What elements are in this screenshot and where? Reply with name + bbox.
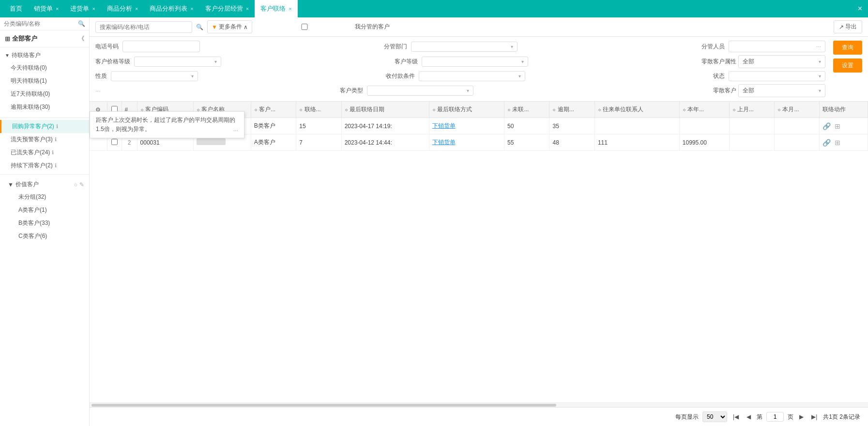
filter-row-3: 性质 ▾ 收付款条件 ▾ 状态 — [95, 71, 825, 81]
customer-type-select[interactable]: ▾ — [367, 86, 473, 96]
th-unread[interactable]: ⬦ 未联... — [504, 102, 549, 118]
sidebar-item-today[interactable]: 今天待联络(0) — [0, 61, 89, 74]
th-last-month[interactable]: ⬦ 上月... — [729, 102, 774, 118]
sidebar-item-repurchase-anomaly[interactable]: 回购异常客户(2) ℹ — [0, 120, 89, 133]
sidebar-search-icon[interactable]: 🔍 — [78, 20, 85, 27]
th-last-method[interactable]: ⬦ 最后联络方式 — [429, 102, 504, 118]
sidebar-item-7days[interactable]: 近7天待联络(0) — [0, 88, 89, 101]
setting-button[interactable]: 设置 — [833, 59, 862, 73]
table-area: ⚙ # ⬦ 客户编码 ⬦ 客户名称 ⬦ 客户... — [90, 102, 868, 402]
sidebar-search-input[interactable] — [4, 20, 78, 27]
page-label: 第 — [757, 413, 762, 421]
my-customers-checkbox-area[interactable]: 我分管的客户 — [256, 23, 390, 31]
manager-select[interactable]: ··· — [729, 41, 825, 52]
close-sales-icon[interactable]: × — [56, 6, 59, 12]
sidebar-item-overdue[interactable]: 逾期未联络(30) — [0, 101, 89, 114]
row-last-date-1: 2023-04-12 14:44: — [341, 134, 429, 151]
th-overdue[interactable]: ⬦ 逾期... — [549, 102, 594, 118]
first-page-button[interactable]: |◀ — [731, 412, 741, 421]
sidebar-item-churned[interactable]: 已流失客户(24) ℹ — [0, 146, 89, 159]
grid-action-icon-1[interactable]: ⊞ — [835, 139, 840, 147]
retail-attr-select[interactable]: 全部 ▾ — [738, 55, 825, 68]
nav-home[interactable]: 首页 — [4, 0, 28, 17]
sidebar-collapse-button[interactable]: 《 — [78, 35, 84, 43]
sidebar-divider-1 — [0, 118, 89, 118]
retail-attr-chevron-icon: ▾ — [819, 59, 821, 64]
status-chevron-icon: ▾ — [819, 73, 821, 79]
scrollbar-thumb[interactable] — [91, 404, 556, 407]
tooltip-close-icon[interactable]: ... — [233, 125, 238, 134]
th-this-year[interactable]: ⬦ 本年... — [679, 102, 729, 118]
row-last-month-0 — [729, 118, 774, 134]
retail-customer-select[interactable]: 全部 ▾ — [738, 84, 825, 97]
info-icon-3[interactable]: ℹ — [52, 149, 54, 156]
th-contact-person[interactable]: ⬦ 往来单位联系人 — [594, 102, 679, 118]
row-contact-1: 7 — [296, 134, 341, 151]
circle-icon[interactable]: ○ — [74, 181, 77, 188]
customer-grade-select[interactable]: ▾ — [422, 57, 528, 67]
prev-page-button[interactable]: ◀ — [745, 412, 753, 421]
next-page-button[interactable]: ▶ — [797, 412, 806, 421]
sidebar-item-class-a[interactable]: A类客户(1) — [8, 204, 84, 217]
filter-row-2: 客户价格等级 ▾ 客户等级 ▾ 零散客户属性 — [95, 55, 825, 68]
info-icon-2[interactable]: ℹ — [55, 136, 57, 143]
nav-product-analysis[interactable]: 商品分析 × — [101, 0, 144, 17]
export-button[interactable]: ↗ 导出 — [834, 20, 862, 33]
close-all-tabs-button[interactable]: × — [858, 4, 862, 13]
sidebar-item-tomorrow[interactable]: 明天待联络(1) — [0, 74, 89, 88]
nav-sales[interactable]: 销货单 × — [28, 0, 64, 17]
per-page-select[interactable]: 50 100 200 — [702, 411, 727, 422]
status-select[interactable]: ▾ — [729, 71, 825, 81]
link-action-icon-1[interactable]: 🔗 — [822, 139, 831, 147]
th-last-date[interactable]: ⬦ 最后联络日期 — [341, 102, 429, 118]
sidebar: 🔍 ⊞ 全部客户 《 ▼ 待联络客户 今天待联络(0) 明天待联络(1) 近7天… — [0, 17, 90, 426]
grid-action-icon-0[interactable]: ⊞ — [835, 122, 840, 130]
row-last-method-0[interactable]: 下销货单 — [429, 118, 504, 134]
th-category[interactable]: ⬦ 客户... — [251, 102, 296, 118]
close-contact-icon[interactable]: × — [289, 6, 291, 12]
info-icon-4[interactable]: ℹ — [55, 162, 57, 169]
phone-input[interactable] — [122, 41, 200, 52]
th-contact[interactable]: ⬦ 联络... — [296, 102, 341, 118]
sidebar-item-churn-warning[interactable]: 流失预警客户(3) ℹ — [0, 133, 89, 146]
filter-row-4: ··· 客户类型 ▾ 零散客户 全部 ▾ — [95, 84, 825, 97]
dept-select[interactable]: ▾ — [411, 42, 518, 52]
page-number-input[interactable] — [766, 412, 784, 422]
sidebar-all-customers[interactable]: ⊞ 全部客户 《 — [0, 30, 89, 47]
payment-select[interactable]: ▾ — [419, 71, 525, 81]
search-input[interactable] — [95, 21, 192, 33]
close-segment-icon[interactable]: × — [246, 6, 249, 12]
horizontal-scrollbar[interactable] — [90, 402, 868, 407]
row-contact-0: 15 — [296, 118, 341, 134]
filter-row-1: 电话号码 分管部门 ▾ 分管人员 ··· — [95, 41, 825, 52]
close-product-analysis-icon[interactable]: × — [135, 6, 138, 12]
row-checkbox-1[interactable] — [111, 139, 118, 145]
edit-icon[interactable]: ✎ — [79, 181, 84, 188]
nature-select[interactable]: ▾ — [111, 71, 198, 81]
search-button[interactable]: 🔍 — [196, 24, 203, 30]
price-grade-select[interactable]: ▾ — [134, 57, 221, 67]
sidebar-value-header[interactable]: ▼ 价值客户 ○ ✎ — [8, 178, 84, 191]
nav-customer-contact[interactable]: 客户联络 × — [255, 0, 297, 17]
query-button[interactable]: 查询 — [833, 41, 862, 55]
close-purchase-icon[interactable]: × — [92, 6, 95, 12]
sidebar-item-ungrouped[interactable]: 未分组(32) — [8, 191, 84, 204]
row-last-method-1[interactable]: 下销货单 — [429, 134, 504, 151]
nav-customer-segment[interactable]: 客户分层经营 × — [199, 0, 255, 17]
my-customers-checkbox[interactable] — [256, 24, 353, 30]
link-action-icon-0[interactable]: 🔗 — [822, 122, 831, 130]
last-page-button[interactable]: ▶| — [809, 412, 819, 421]
sidebar-item-class-c[interactable]: C类客户(6) — [8, 230, 84, 243]
sidebar-item-declining[interactable]: 持续下滑客户(2) ℹ — [0, 159, 89, 172]
nav-product-analysis-list[interactable]: 商品分析列表 × — [144, 0, 199, 17]
th-this-month[interactable]: ⬦ 本月... — [775, 102, 820, 118]
info-icon-1[interactable]: ℹ — [56, 123, 58, 130]
more-dots[interactable]: ··· — [95, 87, 101, 94]
nav-purchase[interactable]: 进货单 × — [64, 0, 101, 17]
row-contact-person-1: 111 — [594, 134, 679, 151]
sidebar-group-waiting[interactable]: ▼ 待联络客户 — [0, 49, 89, 61]
close-product-list-icon[interactable]: × — [190, 6, 193, 12]
sidebar-item-class-b[interactable]: B类客户(33) — [8, 217, 84, 230]
more-conditions-button[interactable]: ▼ 更多条件 ∧ — [207, 20, 252, 33]
row-contact-person-0 — [594, 118, 679, 134]
